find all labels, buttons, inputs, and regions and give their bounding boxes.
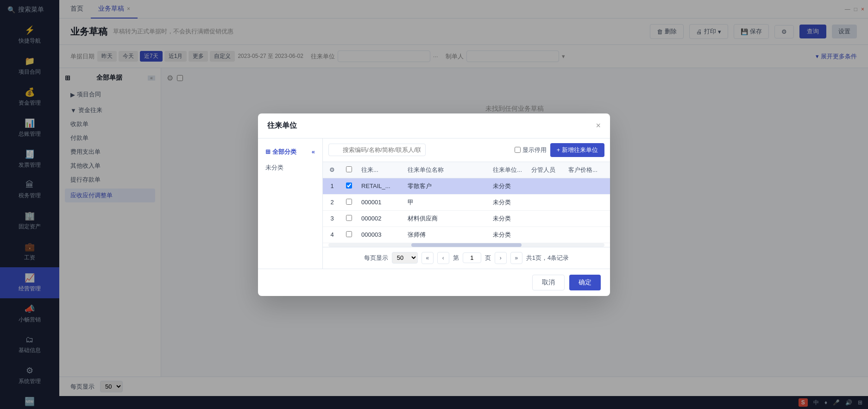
dialog-toolbar: 🔍 显示停用 + 新增往来单位 — [323, 138, 610, 162]
select-all-dialog-checkbox[interactable] — [346, 166, 352, 172]
show-disabled-label[interactable]: 显示停用 — [515, 146, 547, 154]
dialog-search-input[interactable] — [328, 144, 426, 156]
table-row[interactable]: 3 000002 材料供应商 未分类 — [323, 210, 610, 227]
th-category[interactable]: 往来单位... — [488, 162, 527, 178]
dialog-overlay: 往来单位 × ⊞ 全部分类 « 未分类 🔍 — [0, 0, 868, 409]
table-row[interactable]: 1 RETAIL_... 零散客户 未分类 — [323, 178, 610, 194]
dialog-left-collapse-icon[interactable]: « — [312, 148, 315, 155]
first-page-btn[interactable]: « — [421, 252, 434, 264]
search-wrap: 🔍 — [328, 144, 511, 156]
show-disabled-checkbox[interactable] — [515, 147, 521, 153]
th-settings[interactable]: ⚙ — [323, 162, 341, 178]
next-page-btn[interactable]: › — [495, 252, 507, 264]
row-category: 未分类 — [488, 194, 527, 210]
dialog-header: 往来单位 × — [258, 113, 610, 138]
dialog-right: 🔍 显示停用 + 新增往来单位 — [323, 138, 610, 269]
row-code: 000001 — [357, 194, 403, 210]
dialog-title: 往来单位 — [267, 121, 297, 131]
dialog-footer: 取消 确定 — [258, 269, 610, 296]
page-label: 第 — [453, 254, 459, 262]
confirm-button[interactable]: 确定 — [569, 275, 601, 290]
row-person — [527, 178, 564, 194]
row-check[interactable] — [341, 227, 357, 243]
partner-dialog: 往来单位 × ⊞ 全部分类 « 未分类 🔍 — [258, 113, 610, 296]
dialog-body: ⊞ 全部分类 « 未分类 🔍 显示停用 — [258, 138, 610, 269]
dialog-pagination: 每页显示 50 10 20 100 « ‹ 第 页 › » 共1页，4条记录 — [323, 247, 610, 269]
last-page-btn[interactable]: » — [510, 252, 522, 264]
row-code: RETAIL_... — [357, 178, 403, 194]
row-person — [527, 227, 564, 243]
row-name: 零散客户 — [403, 178, 488, 194]
dialog-left: ⊞ 全部分类 « 未分类 — [258, 138, 323, 269]
row-check[interactable] — [341, 178, 357, 194]
row-name: 材料供应商 — [403, 210, 488, 227]
dialog-cat-uncategorized[interactable]: 未分类 — [258, 160, 322, 176]
row-price — [564, 178, 610, 194]
page-size-label: 每页显示 — [364, 254, 388, 262]
row-index: 1 — [323, 178, 341, 194]
row-index: 3 — [323, 210, 341, 227]
th-name[interactable]: 往来单位名称 — [403, 162, 488, 178]
total-info: 共1页，4条记录 — [526, 254, 569, 262]
page-size-select[interactable]: 50 10 20 100 — [392, 252, 418, 264]
table-row[interactable]: 2 000001 甲 未分类 — [323, 194, 610, 210]
row-price — [564, 227, 610, 243]
partner-table: ⚙ 往来... 往来单位名称 往来单位... 分管人员 客户价格... — [323, 162, 610, 243]
row-price — [564, 210, 610, 227]
row-category: 未分类 — [488, 227, 527, 243]
add-partner-button[interactable]: + 新增往来单位 — [550, 143, 604, 157]
row-price — [564, 194, 610, 210]
row-index: 4 — [323, 227, 341, 243]
row-person — [527, 210, 564, 227]
th-person[interactable]: 分管人员 — [527, 162, 564, 178]
row-index: 2 — [323, 194, 341, 210]
page-unit: 页 — [485, 254, 491, 262]
prev-page-btn[interactable]: ‹ — [437, 252, 449, 264]
row-check[interactable] — [341, 194, 357, 210]
th-price[interactable]: 客户价格... — [564, 162, 610, 178]
dialog-scrollbar[interactable] — [328, 243, 604, 247]
dialog-cat-all[interactable]: ⊞ 全部分类 « — [258, 144, 322, 160]
row-name: 甲 — [403, 194, 488, 210]
table-header: ⚙ 往来... 往来单位名称 往来单位... 分管人员 客户价格... — [323, 162, 610, 178]
row-person — [527, 194, 564, 210]
table-row[interactable]: 4 000003 张师傅 未分类 — [323, 227, 610, 243]
grid-icon: ⊞ — [265, 148, 270, 155]
th-check[interactable] — [341, 162, 357, 178]
row-check[interactable] — [341, 210, 357, 227]
row-code: 000003 — [357, 227, 403, 243]
row-code: 000002 — [357, 210, 403, 227]
row-category: 未分类 — [488, 178, 527, 194]
dialog-close-btn[interactable]: × — [596, 121, 601, 131]
row-category: 未分类 — [488, 210, 527, 227]
dialog-table: ⚙ 往来... 往来单位名称 往来单位... 分管人员 客户价格... — [323, 162, 610, 243]
th-code[interactable]: 往来... — [357, 162, 403, 178]
page-input[interactable] — [463, 252, 481, 263]
dialog-scrollbar-thumb[interactable] — [411, 243, 522, 247]
cancel-button[interactable]: 取消 — [532, 275, 565, 290]
row-name: 张师傅 — [403, 227, 488, 243]
table-body: 1 RETAIL_... 零散客户 未分类 2 — [323, 178, 610, 243]
